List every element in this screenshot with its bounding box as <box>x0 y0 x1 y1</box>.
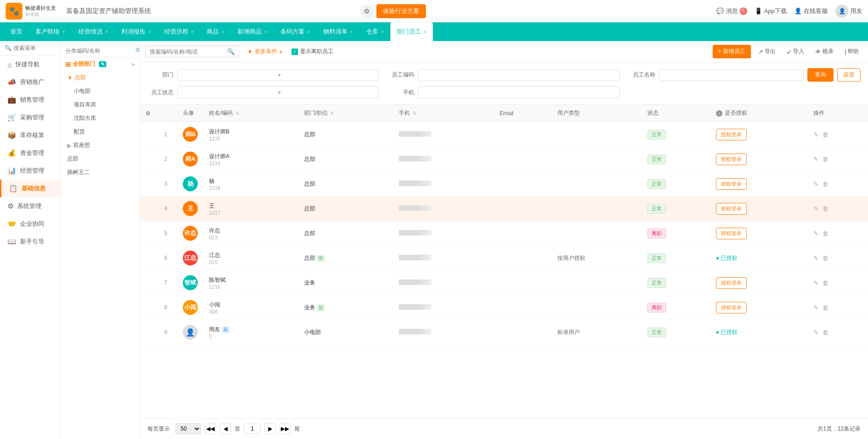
dept-collapse-btn[interactable]: » <box>132 61 135 68</box>
dept-sort-icon[interactable]: ⇅ <box>330 111 334 116</box>
sidebar-item-guide[interactable]: 📖新手引导 <box>0 233 60 251</box>
delete-icon-8[interactable]: 🗑 <box>822 304 828 311</box>
sidebar-item-basic[interactable]: 📋基础信息 <box>0 180 60 197</box>
search-sidebar-input[interactable] <box>14 45 61 51</box>
app-download-btn[interactable]: 📱 App下载 <box>755 7 787 15</box>
navtab-close-客户联络[interactable]: × <box>62 29 65 35</box>
auth-btn-4[interactable]: 授权登录 <box>716 203 747 215</box>
next-page-btn[interactable]: ▶ <box>264 423 276 434</box>
edit-icon-9[interactable]: ✎ <box>813 329 819 336</box>
navtab-经营情况[interactable]: 经营情况× <box>72 22 115 41</box>
show-resigned-checkbox[interactable]: ✓ 显示离职员工 <box>292 48 333 56</box>
trial-btn[interactable]: 体验行业方案 <box>376 4 426 18</box>
phone-filter-input[interactable] <box>418 86 619 98</box>
edit-icon-1[interactable]: ✎ <box>813 131 819 138</box>
navtab-close-经营情况[interactable]: × <box>105 29 108 35</box>
delete-icon-1[interactable]: 🗑 <box>822 131 828 138</box>
auth-btn-3[interactable]: 授权登录 <box>716 178 747 190</box>
dept-filter-select[interactable]: ▾ <box>177 69 379 81</box>
auth-btn-8[interactable]: 授权登录 <box>716 302 747 314</box>
navtab-close-物料清单[interactable]: × <box>350 29 353 35</box>
auth-btn-1[interactable]: 授权登录 <box>716 129 747 140</box>
navtab-close-仓库[interactable]: × <box>381 29 384 35</box>
dept-tree-item-chashuwang[interactable]: 插树王二 <box>61 166 139 179</box>
navtab-新增商品[interactable]: 新增商品× <box>231 22 274 41</box>
edit-icon-2[interactable]: ✎ <box>813 156 819 163</box>
sidebar-item-finance[interactable]: 💰资金管理 <box>0 144 60 162</box>
navtab-close-新增商品[interactable]: × <box>264 29 267 35</box>
help-btn[interactable]: | 帮助 <box>841 45 862 58</box>
add-employee-btn[interactable]: + 新增员工 <box>713 45 751 58</box>
navtab-close-部门员工[interactable]: × <box>424 29 427 35</box>
navtab-经营历程[interactable]: 经营历程× <box>158 22 201 41</box>
edit-icon-6[interactable]: ✎ <box>813 255 819 262</box>
navtab-close-利润报告[interactable]: × <box>148 29 151 35</box>
export-btn[interactable]: ↗ 导出 <box>755 45 779 58</box>
empcode-filter-input[interactable] <box>418 69 619 81</box>
navtab-close-商品[interactable]: × <box>222 29 224 35</box>
delete-icon-4[interactable]: 🗑 <box>822 205 828 212</box>
edit-icon-7[interactable]: ✎ <box>813 279 819 286</box>
edit-icon-4[interactable]: ✎ <box>813 205 819 212</box>
sidebar-item-inventory[interactable]: 📦库存核算 <box>0 126 60 144</box>
dept-edit-icon[interactable]: ✎ <box>99 61 106 67</box>
navtab-首页[interactable]: 首页 <box>4 22 29 41</box>
more-filters-btn[interactable]: ▼ 更多条件 ∧ <box>243 45 288 58</box>
navtab-商品[interactable]: 商品× <box>200 22 231 41</box>
navtab-物料清单[interactable]: 物料清单× <box>317 22 360 41</box>
delete-icon-6[interactable]: 🗑 <box>822 255 828 262</box>
navtab-利润报告[interactable]: 利润报告× <box>115 22 158 41</box>
import-btn[interactable]: ↙ 导入 <box>783 45 808 58</box>
dept-tree-item-shuangzuoxiang[interactable]: ▶ 双座想 <box>61 139 139 152</box>
auth-btn-5[interactable]: 授权登录 <box>716 228 747 239</box>
dept-tree-item-peihuo[interactable]: 配货 <box>61 125 139 139</box>
reset-action-btn[interactable]: 设置 <box>837 68 861 82</box>
search-action-btn[interactable]: 查询 <box>807 68 833 82</box>
search-input[interactable] <box>150 49 227 55</box>
prev-page-btn[interactable]: ◀ <box>220 423 231 434</box>
page-input[interactable] <box>244 424 261 434</box>
edit-icon-8[interactable]: ✎ <box>813 304 819 311</box>
name-sort-icon[interactable]: ⇅ <box>236 111 239 116</box>
sidebar-item-shortcut[interactable]: ⌂快捷导航 <box>0 56 60 73</box>
dept-search-input[interactable] <box>65 48 135 54</box>
delete-icon-2[interactable]: 🗑 <box>822 156 828 163</box>
view-btn[interactable]: 👁 视录 <box>812 45 837 58</box>
empstatus-filter-select[interactable]: ▾ <box>177 86 379 98</box>
auth-btn-7[interactable]: 授权登录 <box>716 277 747 289</box>
sidebar-item-marketing[interactable]: 📣营销推广 <box>0 73 60 91</box>
service-btn[interactable]: 👤 在线客服 <box>794 7 828 15</box>
dept-tree-item-xiaodiangbu[interactable]: 小电部 <box>61 84 139 98</box>
dept-tree-item-xiangmukufang[interactable]: 项目库房 <box>61 98 139 111</box>
delete-icon-3[interactable]: 🗑 <box>822 181 828 188</box>
delete-icon-7[interactable]: 🗑 <box>822 279 828 286</box>
dept-tree-item-shenyangdaku[interactable]: 沈阳大库 <box>61 111 139 125</box>
auth-btn-2[interactable]: 授权登录 <box>716 153 747 165</box>
delete-icon-5[interactable]: 🗑 <box>822 230 828 237</box>
empname-filter-input[interactable] <box>659 69 804 81</box>
msg-btn[interactable]: 💬 消息 5 <box>716 7 747 15</box>
edit-icon-3[interactable]: ✎ <box>813 181 819 188</box>
last-page-btn[interactable]: ▶▶ <box>279 423 291 434</box>
user-btn[interactable]: 👤 用友 <box>835 5 862 18</box>
dept-tree-item-zongbu[interactable]: ▼ 总部 <box>61 71 139 84</box>
navtab-close-条码方案[interactable]: × <box>307 29 310 35</box>
navtab-条码方案[interactable]: 条码方案× <box>274 22 317 41</box>
settings-gear-btn[interactable]: ⚙ <box>361 5 374 18</box>
sidebar-item-operation[interactable]: 📊经营管理 <box>0 162 60 180</box>
navtab-客户联络[interactable]: 客户联络× <box>29 22 72 41</box>
dept-tree-item-zongbu2[interactable]: 总部 <box>61 152 139 166</box>
first-page-btn[interactable]: ◀◀ <box>205 423 216 434</box>
settings-col-icon[interactable]: ⚙ <box>146 110 151 117</box>
navtab-部门员工[interactable]: 部门员工× <box>390 22 433 41</box>
edit-icon-5[interactable]: ✎ <box>813 230 819 237</box>
sidebar-item-sales[interactable]: 💼销售管理 <box>0 91 60 109</box>
navtab-close-经营历程[interactable]: × <box>191 29 194 35</box>
page-size-select[interactable]: 50 100 200 <box>175 423 201 434</box>
sidebar-item-system[interactable]: ⚙系统管理 <box>0 197 60 215</box>
sidebar-item-collab[interactable]: 🤝企业协同 <box>0 215 60 233</box>
navtab-仓库[interactable]: 仓库× <box>360 22 390 41</box>
sidebar-item-purchase[interactable]: 🛒采购管理 <box>0 109 60 126</box>
phone-sort-icon[interactable]: ⇅ <box>413 111 417 116</box>
delete-icon-9[interactable]: 🗑 <box>822 329 828 336</box>
